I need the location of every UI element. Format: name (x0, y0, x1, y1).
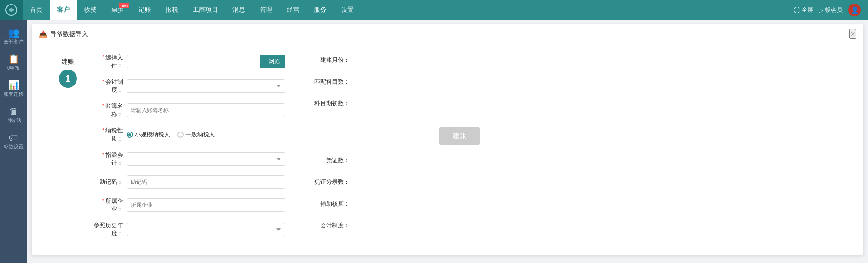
ledger-label: 账簿名称： (90, 102, 127, 118)
dialog-title: 导爷数据导入 (50, 30, 88, 38)
history-row: 参照历史年度： (90, 221, 285, 238)
tax-radio-general[interactable] (177, 132, 184, 138)
nav-item-manage[interactable]: 管理 (252, 0, 280, 20)
accounting-system-label: 会计制度： (313, 221, 353, 230)
all-clients-icon: 👥 (8, 28, 19, 37)
file-input[interactable] (127, 55, 260, 68)
nav-item-operations[interactable]: 经营 (280, 0, 307, 20)
avatar[interactable]: 👤 (848, 4, 861, 16)
accounting-system-value (353, 219, 507, 232)
aux-label: 辅助核算： (313, 200, 353, 208)
tax-radio-small[interactable] (127, 132, 133, 138)
memo-input[interactable] (127, 175, 285, 189)
memo-row: 助记码： (90, 175, 285, 189)
month-value (353, 53, 507, 67)
file-label: 选择文件： (90, 53, 127, 70)
accounting-system-row: 会计制度： (313, 219, 507, 232)
assign-row: 指派会计： (90, 151, 285, 167)
aux-row: 辅助核算： (313, 197, 507, 211)
step-label: 建账 (62, 58, 74, 66)
voucher-value (353, 154, 507, 167)
match-label: 匹配科目数： (313, 78, 353, 86)
dialog-body: 建账 1 选择文件： +浏览 会计制度： (32, 44, 863, 255)
tax-row: 纳税性质： 小规模纳税人 一般纳税人 (90, 127, 285, 143)
dialog-header: 📥 导爷数据导入 (32, 24, 863, 44)
period-value (353, 97, 507, 110)
tax-radio-group: 小规模纳税人 一般纳税人 (127, 131, 285, 139)
form-right: 建账月份： 匹配科目数： 科目期初数： 建账 (313, 53, 507, 246)
dialog-close-button[interactable]: × (849, 29, 856, 39)
nav-item-settings[interactable]: 设置 (334, 0, 361, 20)
top-nav: 首页 客户 收费 票据 new 记账 报税 工商项目 消息 管理 经营 服务 设… (0, 0, 868, 20)
period-row: 科目期初数： (313, 97, 507, 110)
fullscreen-button[interactable]: ⛶ 全屏 (794, 6, 813, 14)
build-btn-area: 建账 (313, 118, 507, 145)
company-input[interactable] (127, 198, 285, 212)
form-left: 选择文件： +浏览 会计制度： (90, 53, 285, 246)
dialog-header-icon: 📥 (39, 30, 47, 38)
sidebar: 👥 全部客户 📋 0申报 📊 账套迁移 🗑 回收站 🏷 标签设置 (0, 20, 27, 263)
fullscreen-icon: ⛶ (794, 7, 800, 14)
nav-item-business[interactable]: 工商项目 (185, 0, 225, 20)
accounting-select[interactable] (127, 79, 285, 93)
ledger-row: 账簿名称： (90, 102, 285, 118)
ledger-input[interactable] (127, 103, 285, 117)
nav-item-clients[interactable]: 客户 (50, 0, 77, 20)
nav-logo[interactable] (0, 0, 23, 20)
company-label: 所属企业： (90, 197, 127, 213)
month-row: 建账月份： (313, 53, 507, 67)
nav-item-services[interactable]: 服务 (307, 0, 334, 20)
nav-items: 首页 客户 收费 票据 new 记账 报税 工商项目 消息 管理 经营 服务 设… (23, 0, 794, 20)
voucher-label: 凭证数： (313, 156, 353, 164)
nav-right: ⛶ 全屏 ▷ 畅会员 👤 (794, 4, 868, 16)
nav-item-fees[interactable]: 收费 (77, 0, 104, 20)
new-badge: new (119, 3, 129, 8)
assign-label: 指派会计： (90, 151, 127, 167)
tax-option-general[interactable]: 一般纳税人 (177, 131, 215, 139)
avatar-icon: 👤 (851, 6, 859, 14)
nav-item-accounting[interactable]: 记账 (131, 0, 158, 20)
history-label: 参照历史年度： (90, 221, 127, 238)
company-row: 所属企业： (90, 197, 285, 213)
file-input-group: +浏览 (127, 55, 285, 68)
tax-option-small[interactable]: 小规模纳税人 (127, 131, 170, 139)
month-label: 建账月份： (313, 56, 353, 64)
accounting-row: 会计制度： (90, 78, 285, 94)
assign-select[interactable] (127, 152, 285, 166)
main-layout: 👥 全部客户 📋 0申报 📊 账套迁移 🗑 回收站 🏷 标签设置 📥 导爷数据导… (0, 20, 868, 263)
step-circle: 1 (59, 70, 77, 88)
memo-label: 助记码： (90, 178, 127, 186)
sidebar-item-recycle[interactable]: 🗑 回收站 (0, 102, 27, 128)
nav-item-tax[interactable]: 报税 (158, 0, 185, 20)
match-value (353, 75, 507, 89)
dialog-panel: 📥 导爷数据导入 × 建账 1 选择文件： +浏览 (32, 24, 863, 255)
voucher-entries-row: 凭证分录数： (313, 175, 507, 189)
tag-settings-icon: 🏷 (9, 133, 18, 142)
aux-value (353, 197, 507, 211)
accounting-label: 会计制度： (90, 78, 127, 94)
tax-label: 纳税性质： (90, 127, 127, 143)
account-migration-icon: 📊 (8, 80, 19, 89)
period-label: 科目期初数： (313, 99, 353, 108)
nav-item-messages[interactable]: 消息 (225, 0, 252, 20)
nav-item-invoices[interactable]: 票据 new (104, 0, 131, 20)
file-row: 选择文件： +浏览 (90, 53, 285, 70)
sidebar-item-all-clients[interactable]: 👥 全部客户 (0, 23, 27, 50)
sidebar-item-tag-settings[interactable]: 🏷 标签设置 (0, 128, 27, 155)
sidebar-item-declaration[interactable]: 📋 0申报 (0, 50, 27, 76)
form-divider (299, 53, 299, 246)
content-area: 📥 导爷数据导入 × 建账 1 选择文件： +浏览 (27, 20, 868, 263)
nav-item-home[interactable]: 首页 (23, 0, 50, 20)
sidebar-item-account-migration[interactable]: 📊 账套迁移 (0, 76, 27, 102)
declaration-icon: 📋 (8, 54, 19, 63)
match-row: 匹配科目数： (313, 75, 507, 89)
voucher-entries-value (353, 175, 507, 189)
recycle-icon: 🗑 (9, 107, 18, 116)
voucher-row: 凭证数： (313, 154, 507, 167)
member-button[interactable]: ▷ 畅会员 (819, 6, 843, 14)
voucher-entries-label: 凭证分录数： (313, 178, 353, 186)
browse-button[interactable]: +浏览 (260, 55, 285, 68)
build-account-button[interactable]: 建账 (439, 127, 480, 145)
history-select[interactable] (127, 223, 285, 236)
member-icon: ▷ (819, 7, 823, 14)
